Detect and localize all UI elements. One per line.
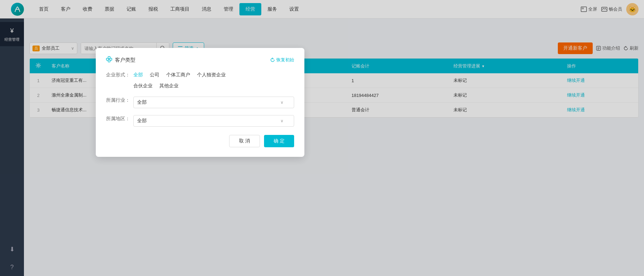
type-option-company[interactable]: 公司 <box>150 71 159 79</box>
modal-header: 客户类型 恢复初始 <box>106 56 294 64</box>
filter-modal: 客户类型 恢复初始 企业形式： 全部 公司 个体工商户 个人独资企业 <box>96 48 304 157</box>
region-label: 所属地区： <box>106 115 133 122</box>
type-option-sole[interactable]: 个人独资企业 <box>197 71 226 79</box>
modal-title: 客户类型 <box>106 56 135 64</box>
enterprise-type-options: 全部 公司 个体工商户 个人独资企业 <box>133 71 294 79</box>
type-option-other[interactable]: 其他企业 <box>159 82 179 90</box>
reset-icon <box>270 58 275 62</box>
cancel-button[interactable]: 取 消 <box>229 135 260 147</box>
region-dropdown-arrow: ∨ <box>280 118 284 123</box>
modal-reset-button[interactable]: 恢复初始 <box>270 57 294 63</box>
region-value: 全部 <box>137 118 147 124</box>
modal-title-text: 客户类型 <box>115 57 135 63</box>
enterprise-type-options-row2: 合伙企业 其他企业 <box>133 82 294 90</box>
type-option-individual[interactable]: 个体工商户 <box>166 71 190 79</box>
enterprise-form-label: 企业形式： <box>106 71 133 78</box>
industry-label: 所属行业： <box>106 97 133 103</box>
modal-title-icon <box>106 56 112 64</box>
type-option-partnership[interactable]: 合伙企业 <box>133 82 153 90</box>
industry-content: 全部 ∨ <box>133 97 294 108</box>
region-select[interactable]: 全部 ∨ <box>133 115 294 127</box>
enterprise-form-row: 企业形式： 全部 公司 个体工商户 个人独资企业 合伙企业 其他企业 <box>106 71 294 90</box>
industry-select[interactable]: 全部 ∨ <box>133 97 294 108</box>
customer-type-icon <box>106 56 112 62</box>
industry-form-row: 所属行业： 全部 ∨ <box>106 97 294 108</box>
reset-label: 恢复初始 <box>276 57 294 63</box>
type-option-all[interactable]: 全部 <box>133 71 143 79</box>
industry-dropdown-arrow: ∨ <box>280 100 284 105</box>
modal-overlay[interactable]: 客户类型 恢复初始 企业形式： 全部 公司 个体工商户 个人独资企业 <box>0 0 644 276</box>
confirm-button[interactable]: 确 定 <box>264 135 294 147</box>
region-content: 全部 ∨ <box>133 115 294 127</box>
industry-value: 全部 <box>137 99 147 105</box>
modal-footer: 取 消 确 定 <box>106 135 294 147</box>
region-form-row: 所属地区： 全部 ∨ <box>106 115 294 127</box>
enterprise-form-content: 全部 公司 个体工商户 个人独资企业 合伙企业 其他企业 <box>133 71 294 90</box>
